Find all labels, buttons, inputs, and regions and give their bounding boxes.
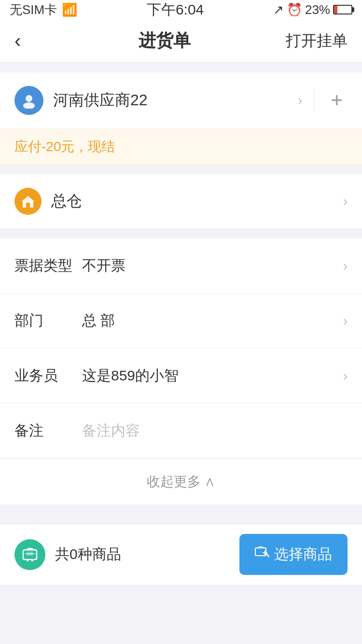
alarm-icon: ⏰ <box>287 2 302 17</box>
section-gap-1 <box>0 63 362 72</box>
warehouse-label: 总仓 <box>51 191 343 212</box>
warehouse-row[interactable]: 总仓 › <box>0 174 362 229</box>
department-value: 总 部 <box>82 311 338 331</box>
supplier-name: 河南供应商22 <box>53 90 298 111</box>
wifi-icon: 📶 <box>62 2 77 17</box>
battery-label: 23% <box>305 2 330 17</box>
warehouse-chevron-icon: › <box>343 194 348 209</box>
bottom-bar: 共0种商品 选择商品 <box>0 524 362 585</box>
department-chevron-icon: › <box>343 313 348 329</box>
svg-point-7 <box>31 560 33 561</box>
nav-bar: ‹ 进货单 打开挂单 <box>0 19 362 63</box>
status-bar: 无SIM卡 📶 下午6:04 ↗ ⏰ 23% <box>0 0 362 19</box>
invoice-type-key: 票据类型 <box>14 256 82 276</box>
select-product-label: 选择商品 <box>274 545 332 564</box>
section-gap-4 <box>0 504 362 514</box>
svg-rect-8 <box>255 548 266 556</box>
salesperson-key: 业务员 <box>14 366 82 386</box>
battery-icon <box>333 5 352 14</box>
divider <box>314 88 314 112</box>
section-gap-3 <box>0 229 362 238</box>
page-title: 进货单 <box>139 29 191 53</box>
cart-icon <box>14 539 45 570</box>
select-product-icon <box>255 546 269 563</box>
status-right: ↗ ⏰ 23% <box>273 2 352 17</box>
salesperson-chevron-icon: › <box>343 368 348 384</box>
supplier-card: 河南供应商22 › + 应付-20元，现结 <box>0 72 362 165</box>
svg-point-6 <box>27 560 28 561</box>
supplier-row[interactable]: 河南供应商22 › + <box>0 72 362 129</box>
collapse-button[interactable]: 收起更多 ∧ <box>0 459 362 504</box>
salesperson-value: 这是859的小智 <box>82 366 338 386</box>
salesperson-row[interactable]: 业务员 这是859的小智 › <box>0 349 362 404</box>
svg-point-1 <box>23 102 35 109</box>
status-left: 无SIM卡 📶 <box>10 1 77 18</box>
svg-line-9 <box>266 554 269 557</box>
department-row[interactable]: 部门 总 部 › <box>0 294 362 349</box>
background-fill <box>0 585 362 644</box>
svg-rect-4 <box>26 203 30 208</box>
select-product-button[interactable]: 选择商品 <box>239 534 348 575</box>
notice-bar: 应付-20元，现结 <box>0 129 362 165</box>
remark-row[interactable]: 备注 备注内容 <box>0 404 362 459</box>
time-label: 下午6:04 <box>147 0 204 20</box>
remark-key: 备注 <box>14 421 82 441</box>
item-count-label: 共0种商品 <box>55 545 239 564</box>
warehouse-icon <box>14 188 42 215</box>
section-gap-2 <box>0 165 362 174</box>
chevron-right-icon: › <box>298 93 302 108</box>
collapse-label: 收起更多 ∧ <box>147 474 216 489</box>
svg-point-0 <box>26 95 32 102</box>
notice-text: 应付-20元，现结 <box>14 139 115 154</box>
avatar <box>14 86 43 115</box>
add-supplier-button[interactable]: + <box>326 89 348 112</box>
invoice-type-value: 不开票 <box>82 256 338 276</box>
form-card: 票据类型 不开票 › 部门 总 部 › 业务员 这是859的小智 › 备注 备注… <box>0 238 362 504</box>
invoice-type-chevron-icon: › <box>343 258 348 274</box>
open-pending-button[interactable]: 打开挂单 <box>286 30 348 52</box>
location-icon: ↗ <box>273 2 284 17</box>
carrier-label: 无SIM卡 <box>10 1 57 18</box>
back-button[interactable]: ‹ <box>14 30 43 52</box>
warehouse-card: 总仓 › <box>0 174 362 229</box>
remark-value: 备注内容 <box>82 421 348 441</box>
invoice-type-row[interactable]: 票据类型 不开票 › <box>0 238 362 294</box>
svg-marker-3 <box>22 196 34 201</box>
department-key: 部门 <box>14 311 82 331</box>
